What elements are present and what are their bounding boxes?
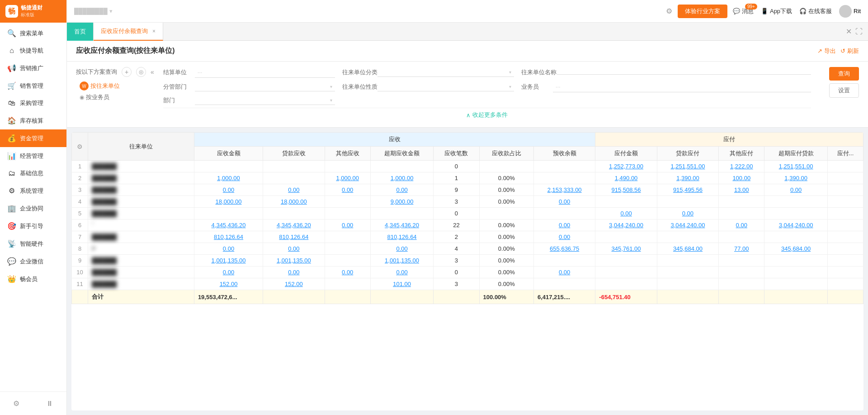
table-cell[interactable]: 18,000.00 xyxy=(194,196,263,208)
sidebar-item-operations[interactable]: 📊 经营管理 xyxy=(0,147,66,165)
sidebar-item-enterprise[interactable]: 🏢 企业协同 xyxy=(0,200,66,217)
table-cell[interactable]: 1,000.00 xyxy=(370,172,433,184)
table-cell[interactable]: 1,000.00 xyxy=(194,172,263,184)
table-cell[interactable]: 0.00 xyxy=(370,267,433,278)
table-cell[interactable]: 0.00 xyxy=(657,208,718,219)
settings-button[interactable]: 设置 xyxy=(829,83,859,98)
table-cell[interactable]: 101.00 xyxy=(370,278,433,290)
sidebar-item-hardware[interactable]: 📡 智能硬件 xyxy=(0,235,66,253)
query-button[interactable]: 查询 xyxy=(829,67,859,81)
dept-input[interactable]: ▾ xyxy=(195,96,335,105)
salesperson-input[interactable]: ··· xyxy=(553,81,811,92)
table-cell[interactable]: 0.00 xyxy=(370,184,433,196)
table-cell[interactable]: 1,390.00 xyxy=(764,172,827,184)
refresh-button[interactable]: ↺ 刷新 xyxy=(840,47,859,55)
manage-dept-input[interactable]: ▾ xyxy=(195,82,335,91)
sidebar-item-search[interactable]: 🔍 搜索菜单 xyxy=(0,24,66,42)
sidebar-settings-btn[interactable]: ⚙ xyxy=(10,396,22,410)
scheme-by-salesperson[interactable]: ◉ 按业务员 xyxy=(80,93,154,101)
footer-ar-amount[interactable]: 19,553,472,6... xyxy=(194,290,263,304)
table-cell[interactable]: 915,495.56 xyxy=(657,184,718,196)
table-cell[interactable]: 0.00 xyxy=(370,243,433,255)
table-cell[interactable]: 345,684.00 xyxy=(764,243,827,255)
table-cell[interactable]: 4,345,436.20 xyxy=(194,219,263,231)
sidebar-collapse-btn[interactable]: ⏸ xyxy=(43,397,56,410)
table-cell[interactable]: 810,126.64 xyxy=(263,231,325,243)
table-cell[interactable]: 810,126.64 xyxy=(194,231,263,243)
sidebar-item-quicknav[interactable]: ⌂ 快捷导航 xyxy=(0,42,66,59)
table-cell[interactable]: 0.00 xyxy=(764,184,827,196)
scheme-by-partner[interactable]: W 按往来单位 xyxy=(80,81,120,91)
filter-collapse-icon[interactable]: « xyxy=(151,68,154,76)
table-cell[interactable]: 1,000.00 xyxy=(325,172,370,184)
partner-name-input[interactable] xyxy=(557,71,811,75)
table-cell[interactable]: 1,490.00 xyxy=(595,172,657,184)
table-cell[interactable]: 3,044,240.00 xyxy=(595,219,657,231)
table-cell[interactable]: 0.00 xyxy=(533,219,595,231)
table-cell[interactable]: 345,684.00 xyxy=(657,243,718,255)
sidebar-item-warehouse[interactable]: 🏠 库存核算 xyxy=(0,112,66,129)
table-cell[interactable]: 0.00 xyxy=(194,243,263,255)
table-cell[interactable]: 810,126.64 xyxy=(370,231,433,243)
table-cell[interactable]: 0.00 xyxy=(595,208,657,219)
table-cell[interactable]: 1,252,773.00 xyxy=(595,161,657,172)
table-cell[interactable]: 0.00 xyxy=(263,184,325,196)
sidebar-item-sales[interactable]: 🛒 销售管理 xyxy=(0,77,66,95)
sidebar-item-purchase[interactable]: 🛍 采购管理 xyxy=(0,95,66,112)
table-cell[interactable]: 3,044,240.00 xyxy=(657,219,718,231)
table-cell[interactable]: 2,153,333.00 xyxy=(533,184,595,196)
tab-close-window-icon[interactable]: ✕ xyxy=(846,27,852,36)
table-cell[interactable]: 13.00 xyxy=(719,184,764,196)
table-cell[interactable]: 1,390.00 xyxy=(657,172,718,184)
app-download-area[interactable]: 📱 App下载 xyxy=(761,7,792,15)
table-cell[interactable]: 1,251,551.00 xyxy=(764,161,827,172)
tab-arquery[interactable]: 应收应付余额查询 × xyxy=(94,23,163,41)
collapse-more-button[interactable]: ∧ 收起更多条件 xyxy=(163,108,811,122)
table-cell[interactable]: 18,000.00 xyxy=(263,196,325,208)
table-cell[interactable]: 77.00 xyxy=(719,243,764,255)
table-cell[interactable]: 152.00 xyxy=(194,278,263,290)
table-cell[interactable]: 1,251,551.00 xyxy=(657,161,718,172)
jiesuan-unit-input[interactable]: ··· xyxy=(195,67,335,78)
table-cell[interactable]: 0.00 xyxy=(325,184,370,196)
table-settings-icon[interactable]: ⚙ xyxy=(77,143,83,150)
table-cell[interactable]: 4,345,436.20 xyxy=(263,219,325,231)
table-cell[interactable]: 0.00 xyxy=(263,243,325,255)
partner-category-input[interactable]: ▾ xyxy=(377,68,514,77)
table-cell[interactable]: 915,508.56 xyxy=(595,184,657,196)
table-cell[interactable]: 0.00 xyxy=(325,219,370,231)
table-cell[interactable]: 100.00 xyxy=(719,172,764,184)
table-cell[interactable]: 9,000.00 xyxy=(370,196,433,208)
table-cell[interactable]: 0.00 xyxy=(325,267,370,278)
table-cell[interactable]: 1,001,135.00 xyxy=(194,255,263,267)
table-cell[interactable]: 1,001,135.00 xyxy=(370,255,433,267)
topbar-gear-icon[interactable]: ⚙ xyxy=(666,7,672,15)
table-cell[interactable]: 0.00 xyxy=(263,267,325,278)
sidebar-item-member[interactable]: 👑 畅会员 xyxy=(0,270,66,288)
filter-settings-button[interactable]: ◎ xyxy=(136,67,146,77)
sidebar-item-wechat[interactable]: 💬 企业微信 xyxy=(0,253,66,270)
tab-close-icon[interactable]: × xyxy=(152,28,156,34)
table-cell[interactable]: 0.00 xyxy=(533,267,595,278)
solution-button[interactable]: 体验行业方案 xyxy=(678,5,727,18)
tab-maximize-icon[interactable]: ⛶ xyxy=(855,28,863,36)
table-cell[interactable]: 0.00 xyxy=(194,267,263,278)
table-cell[interactable]: 345,761.00 xyxy=(595,243,657,255)
table-cell[interactable]: 0.00 xyxy=(533,196,595,208)
table-cell[interactable]: 655,636.75 xyxy=(533,243,595,255)
table-cell[interactable]: 0.00 xyxy=(533,231,595,243)
export-button[interactable]: ↗ 导出 xyxy=(817,47,836,55)
table-cell[interactable]: 0.00 xyxy=(194,184,263,196)
table-cell[interactable]: 4,345,436.20 xyxy=(370,219,433,231)
table-cell[interactable]: 1,001,135.00 xyxy=(263,255,325,267)
user-area[interactable]: Rit xyxy=(839,5,861,18)
table-cell[interactable]: 1,222.00 xyxy=(719,161,764,172)
filter-add-button[interactable]: + xyxy=(122,67,132,77)
sidebar-item-guide[interactable]: 🎯 新手引导 xyxy=(0,217,66,235)
partner-nature-input[interactable]: ▾ xyxy=(377,82,514,91)
tab-home[interactable]: 首页 xyxy=(67,23,94,41)
sidebar-item-finance[interactable]: 💰 资金管理 xyxy=(0,129,66,147)
notification-area[interactable]: 💬 消息 99+ xyxy=(733,7,754,15)
online-service-area[interactable]: 🎧 在线客服 xyxy=(799,7,832,15)
table-cell[interactable]: 0.00 xyxy=(719,219,764,231)
